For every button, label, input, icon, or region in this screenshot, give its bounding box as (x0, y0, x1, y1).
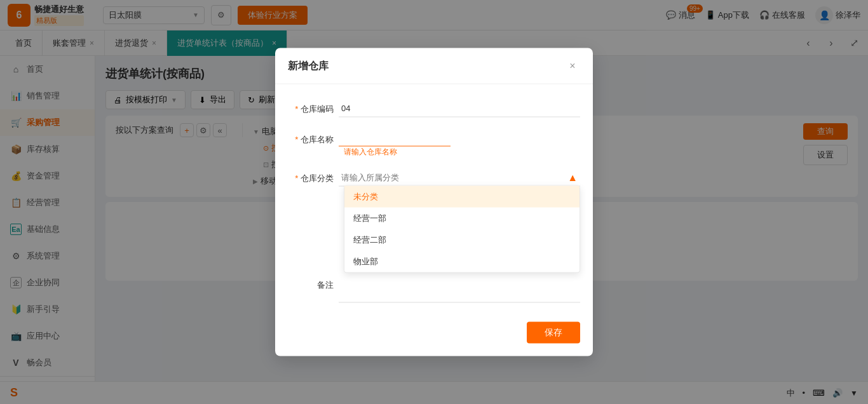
warehouse-name-error: 请输入仓库名称 (344, 147, 397, 156)
note-input[interactable] (339, 276, 580, 303)
warehouse-category-label: 仓库分类 (288, 169, 339, 184)
modal-header: 新增仓库 × (275, 48, 593, 84)
dropdown-item-1[interactable]: 经营一部 (344, 208, 580, 229)
modal-title: 新增仓库 (288, 59, 329, 72)
warehouse-name-row: 仓库名称 请输入仓库名称 (288, 129, 580, 158)
warehouse-category-row: 仓库分类 ▲ 未分类 经营一部 经营二部 物业部 (288, 169, 580, 187)
modal-new-warehouse: 新增仓库 × 仓库编码 仓库名称 请输入仓库名称 仓库分类 ▲ (275, 48, 593, 356)
note-row: 备注 (288, 276, 580, 303)
warehouse-code-row: 仓库编码 (288, 100, 580, 118)
warehouse-code-label: 仓库编码 (288, 100, 339, 115)
warehouse-name-input-row: 仓库名称 (288, 129, 451, 147)
modal-footer: 保存 (275, 314, 593, 356)
dropdown-item-0[interactable]: 未分类 (344, 186, 580, 208)
warehouse-name-label: 仓库名称 (288, 130, 339, 145)
modal-body: 仓库编码 仓库名称 请输入仓库名称 仓库分类 ▲ 未分类 经营一部 (275, 84, 593, 303)
dropdown-item-2[interactable]: 经营二部 (344, 229, 580, 251)
warehouse-code-input[interactable] (339, 100, 580, 118)
warehouse-name-input[interactable] (339, 129, 451, 147)
modal-close-button[interactable]: × (565, 58, 580, 74)
warehouse-category-arrow[interactable]: ▲ (567, 172, 578, 184)
note-label: 备注 (288, 276, 339, 291)
dropdown-item-3[interactable]: 物业部 (344, 251, 580, 273)
warehouse-category-input[interactable] (339, 169, 580, 187)
warehouse-name-error-wrapper: 请输入仓库名称 (288, 147, 397, 158)
warehouse-category-dropdown: 未分类 经营一部 经营二部 物业部 (344, 185, 580, 273)
save-button[interactable]: 保存 (527, 322, 580, 344)
warehouse-category-select-wrapper: ▲ (339, 169, 580, 187)
